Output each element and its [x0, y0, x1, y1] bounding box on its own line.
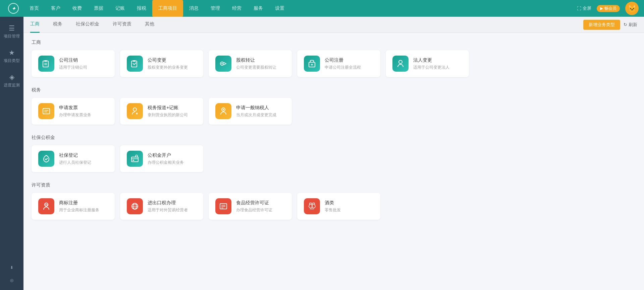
card-desc-import-export: 适用于对外贸易经营者 — [148, 207, 188, 213]
svg-rect-0 — [43, 61, 48, 67]
tab-bar: 工商 税务 社保公积金 许可资质 其他 新增业务类型 ↻ 刷新 — [23, 17, 644, 33]
nav-items: 首页 客户 收费 票据 记账 报税 工商项目 消息 管理 经营 服务 设置 — [23, 0, 577, 17]
card-desc-equity-transfer: 公司变更需要股权转让 — [236, 65, 276, 70]
logo-icon: ✦ — [8, 3, 19, 14]
download-icon: ⬇ — [10, 265, 13, 270]
fullscreen-btn[interactable]: ⛶ 全屏 — [577, 5, 591, 11]
svg-rect-33 — [310, 203, 312, 204]
nav-item-client[interactable]: 客户 — [45, 0, 66, 17]
svg-text:TM: TM — [45, 204, 48, 206]
card-title-fund-account: 公积金开户 — [148, 152, 184, 158]
card-import-export[interactable]: 进出口权办理 适用于对外贸易经营者 — [120, 193, 203, 220]
refresh-button[interactable]: ↻ 刷新 — [624, 22, 637, 28]
vip-button[interactable]: ▶ 畅会员 — [597, 5, 620, 12]
cards-grid-shebao: 社保登记 进行人员社保登记 公积金开户 — [32, 145, 636, 172]
card-title-company-change: 公司变更 — [148, 57, 188, 63]
svg-rect-34 — [313, 203, 315, 204]
card-title-legal-change: 法人变更 — [413, 57, 449, 63]
tab-other[interactable]: 其他 — [145, 17, 154, 33]
card-info-trademark: 商标注册 用于企业商标注册服务 — [59, 200, 99, 213]
list-icon: ☰ — [9, 24, 15, 32]
card-desc-food-license: 办理食品经营许可证 — [236, 207, 272, 213]
tab-xuke[interactable]: 许可资质 — [113, 17, 131, 33]
nav-item-manage[interactable]: 管理 — [205, 0, 226, 17]
main-layout: ☰ 项目管理 ★ 项目类型 ◈ 进度监测 ⬇ ◎ 工商 税务 社保公积金 — [0, 17, 644, 290]
nav-item-bizproject[interactable]: 工商项目 — [152, 0, 183, 17]
card-info-apply-invoice: 申请发票 办理申请发票业务 — [59, 105, 91, 118]
card-icon-trademark: TM — [38, 198, 54, 214]
card-general-taxpayer[interactable]: 申请一般纳税人 当月或次月成变更完成 — [209, 98, 292, 125]
nav-item-home[interactable]: 首页 — [23, 0, 45, 17]
card-icon-legal-change — [392, 56, 409, 72]
card-desc-tax-accounting: 拿到营业执照的新公司 — [148, 112, 188, 118]
section-title-gongshang: 工商 — [32, 40, 636, 46]
card-trademark[interactable]: TM 商标注册 用于企业商标注册服务 — [32, 193, 115, 220]
sidebar-item-project-mgmt[interactable]: ☰ 项目管理 — [0, 20, 23, 43]
card-desc-company-change: 股权变更外的业务变更 — [148, 65, 188, 70]
card-info-legal-change: 法人变更 适用于公司变更法人 — [413, 57, 449, 70]
section-title-xuke: 许可资质 — [32, 182, 636, 188]
sidebar-bottom: ⬇ ◎ — [0, 261, 23, 290]
tab-gongshang[interactable]: 工商 — [30, 17, 40, 33]
svg-rect-12 — [43, 108, 50, 114]
card-apply-invoice[interactable]: 申请发票 办理申请发票业务 — [32, 98, 115, 125]
tab-shuiwu[interactable]: 税务 — [53, 17, 62, 33]
nav-item-settings[interactable]: 设置 — [269, 0, 290, 17]
top-navigation: ✦ 首页 客户 收费 票据 记账 报税 工商项目 消息 管理 经营 服务 设置 … — [0, 0, 644, 17]
card-legal-change[interactable]: 法人变更 适用于公司变更法人 — [386, 50, 469, 77]
sidebar-bottom-download[interactable]: ⬇ — [0, 261, 23, 274]
sidebar-label-project-type: 项目类型 — [4, 58, 20, 64]
card-alcohol[interactable]: 酒类 零售批发 — [297, 193, 380, 220]
tab-actions: 新增业务类型 ↻ 刷新 — [583, 20, 637, 30]
mascot-avatar: 🐱 — [625, 2, 639, 15]
sidebar-bottom-location[interactable]: ◎ — [0, 274, 23, 287]
card-company-cancel[interactable]: 公司注销 适用于注销公司 — [32, 50, 115, 77]
section-title-shuiwu: 税务 — [32, 87, 636, 93]
card-title-alcohol: 酒类 — [325, 200, 341, 206]
card-food-license[interactable]: 食品经营许可证 办理食品经营许可证 — [209, 193, 292, 220]
nav-item-fee[interactable]: 收费 — [66, 0, 88, 17]
nav-item-operation[interactable]: 经营 — [226, 0, 248, 17]
card-title-trademark: 商标注册 — [59, 200, 99, 206]
card-info-fund-account: 公积金开户 办理公积金相关业务 — [148, 152, 184, 165]
card-equity-transfer[interactable]: 股权转让 公司变更需要股权转让 — [209, 50, 292, 77]
nav-item-tax[interactable]: 报税 — [131, 0, 152, 17]
card-icon-equity-transfer — [215, 56, 231, 72]
tabs: 工商 税务 社保公积金 许可资质 其他 — [30, 17, 583, 33]
card-info-alcohol: 酒类 零售批发 — [325, 200, 341, 213]
card-info-equity-transfer: 股权转让 公司变更需要股权转让 — [236, 57, 276, 70]
card-desc-trademark: 用于企业商标注册服务 — [59, 207, 99, 213]
scroll-content: 工商 公司注销 适用于注销公司 — [23, 33, 644, 290]
card-company-change[interactable]: 公司变更 股权变更外的业务变更 — [120, 50, 203, 77]
vip-icon: ▶ — [600, 6, 603, 11]
card-desc-apply-invoice: 办理申请发票业务 — [59, 112, 91, 118]
location-icon: ◎ — [10, 278, 13, 283]
nav-item-invoice[interactable]: 票据 — [88, 0, 109, 17]
fullscreen-label: 全屏 — [583, 5, 591, 11]
logo: ✦ — [3, 0, 23, 17]
card-info-tax-accounting: 税务报道+记账 拿到营业执照的新公司 — [148, 105, 188, 118]
card-tax-accounting[interactable]: 税务报道+记账 拿到营业执照的新公司 — [120, 98, 203, 125]
nav-item-accounting[interactable]: 记账 — [109, 0, 131, 17]
card-title-company-cancel: 公司注销 — [59, 57, 87, 63]
card-social-insurance[interactable]: 社保登记 进行人员社保登记 — [32, 145, 115, 172]
card-info-general-taxpayer: 申请一般纳税人 当月或次月成变更完成 — [236, 105, 276, 118]
nav-item-service[interactable]: 服务 — [248, 0, 269, 17]
nav-item-msg[interactable]: 消息 — [183, 0, 205, 17]
tab-shebao[interactable]: 社保公积金 — [76, 17, 99, 33]
fullscreen-icon: ⛶ — [577, 6, 581, 11]
card-company-register[interactable]: 公司注册 申请公司注册全流程 — [297, 50, 380, 77]
card-fund-account[interactable]: 公积金开户 办理公积金相关业务 — [120, 145, 203, 172]
add-type-button[interactable]: 新增业务类型 — [583, 20, 620, 30]
card-info-import-export: 进出口权办理 适用于对外贸易经营者 — [148, 200, 188, 213]
sidebar-item-progress[interactable]: ◈ 进度监测 — [0, 69, 23, 92]
svg-point-7 — [221, 63, 223, 64]
svg-rect-1 — [44, 60, 47, 62]
sidebar-label-project-mgmt: 项目管理 — [4, 33, 20, 39]
sidebar-item-project-type[interactable]: ★ 项目类型 — [0, 45, 23, 68]
card-icon-food-license — [215, 198, 231, 214]
card-info-social-insurance: 社保登记 进行人员社保登记 — [59, 152, 91, 165]
svg-rect-4 — [131, 61, 137, 67]
card-icon-tax-accounting — [127, 103, 143, 119]
card-desc-general-taxpayer: 当月或次月成变更完成 — [236, 112, 276, 118]
